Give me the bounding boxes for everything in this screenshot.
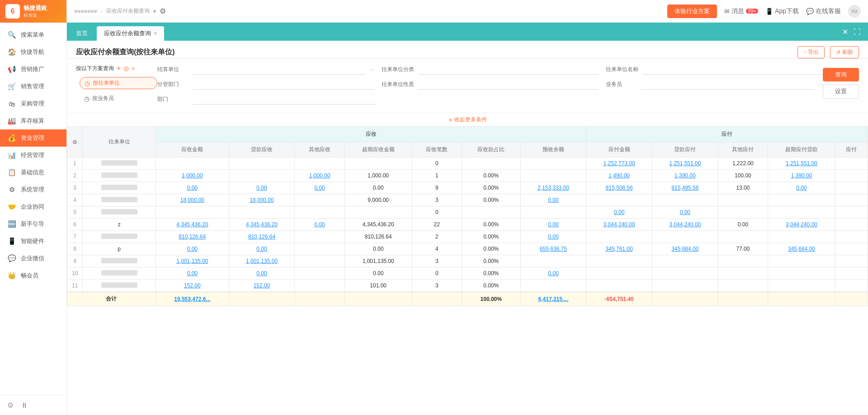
- tab-bar: 首页 应收应付余额查询 × ✕ ⛶: [67, 23, 868, 41]
- filter-actions: 查询 设置: [823, 64, 859, 107]
- settings-footer-icon[interactable]: ⚙: [7, 401, 14, 410]
- page-content: 应收应付余额查询(按往来单位) ↑ 导出 ↺ 刷新 按以下方案查询: [67, 41, 868, 415]
- partner-name-input[interactable]: [642, 64, 823, 75]
- sidebar-item-system[interactable]: ⚙系统管理: [0, 181, 66, 198]
- th-recv-count: 应收笔数: [412, 142, 462, 157]
- th-settings[interactable]: ⚙: [67, 127, 83, 157]
- sidebar-item-vip[interactable]: 👑畅会员: [0, 267, 66, 284]
- sidebar-system-label: 系统管理: [21, 186, 44, 194]
- sidebar-guide-icon: 🆕: [7, 220, 16, 228]
- table-row: 5 00.000.00: [67, 206, 868, 219]
- filter-add-btn[interactable]: +: [117, 64, 121, 72]
- th-loan-recv: 贷款应收: [229, 142, 295, 157]
- table-row: 9 1,001,135.001,001,135.001,001,135.0030…: [67, 255, 868, 267]
- footer-payable: -654,751.40: [586, 292, 652, 306]
- table-row: 10 0.000.000.0000.00%0.00: [67, 267, 868, 280]
- sidebar-item-search[interactable]: 🔍搜索菜单: [0, 26, 66, 43]
- export-icon: ↑: [803, 49, 806, 56]
- footer-recv-ratio: 100.00%: [462, 292, 520, 306]
- partner-category-select[interactable]: [418, 64, 599, 75]
- sidebar-item-enterprise[interactable]: 🤝企业协同: [0, 198, 66, 215]
- breadcrumb-arrow-icon[interactable]: ▾: [153, 8, 156, 14]
- refresh-button[interactable]: ↺ 刷新: [830, 46, 859, 58]
- sidebar-item-purchase[interactable]: 🛍采购管理: [0, 95, 66, 112]
- sidebar-item-guide[interactable]: 🆕新手引导: [0, 215, 66, 233]
- page-header-actions: ↑ 导出 ↺ 刷新: [797, 46, 859, 58]
- user-avatar[interactable]: Rit: [848, 5, 861, 18]
- collapse-btn[interactable]: ∧ 收起更多条件: [67, 113, 868, 126]
- footer-label: 合计: [67, 292, 156, 306]
- table-row: 7 810,126.64810,126.64810,126.6420.00%0.…: [67, 231, 868, 243]
- table-footer-row: 合计 19,553,472,6... 100.00% 6,417,215....…: [67, 292, 868, 306]
- tab-home[interactable]: 首页: [69, 26, 95, 41]
- partner-nature-select[interactable]: [418, 79, 599, 90]
- promo-button[interactable]: 体验行业方案: [667, 5, 717, 18]
- sidebar-item-inventory[interactable]: 🏭库存核算: [0, 112, 66, 129]
- footer-receivable[interactable]: 19,553,472,6...: [156, 292, 229, 306]
- sidebar-management-label: 经营管理: [21, 151, 44, 159]
- field-salesperson: 业务员 ···: [606, 79, 823, 90]
- salesperson-dots[interactable]: ···: [818, 81, 823, 88]
- header-gear-icon[interactable]: ⚙: [160, 7, 166, 15]
- th-overdue-pay: 超期应付贷款: [768, 142, 835, 157]
- collapse-icon: ∧: [448, 117, 453, 123]
- dept-select[interactable]: [193, 94, 377, 105]
- logo-name: 畅捷通账: [24, 4, 47, 12]
- tab-active[interactable]: 应收应付余额查询 ×: [97, 26, 164, 41]
- messages-badge: 99+: [746, 9, 758, 14]
- export-button[interactable]: ↑ 导出: [797, 46, 825, 58]
- app-download-label: App下载: [775, 7, 799, 15]
- th-recv-amount: 应收金额: [156, 142, 229, 157]
- message-label: 消息: [731, 7, 744, 15]
- filter-collapse-icon[interactable]: «: [132, 65, 135, 72]
- sidebar-enterprise-label: 企业协同: [21, 203, 44, 211]
- tab-home-label: 首页: [76, 29, 88, 38]
- sidebar-sales-icon: 🛒: [7, 82, 16, 91]
- settlement-dots[interactable]: ···: [370, 67, 374, 73]
- sidebar-wechat-label: 企业微信: [21, 254, 44, 262]
- breadcrumb-area: ■■■■■■■ › 应收应付余额查询 ▾ ⚙: [74, 7, 662, 15]
- setting-button[interactable]: 设置: [823, 84, 859, 99]
- sidebar-item-basic[interactable]: 📋基础信息: [0, 164, 66, 181]
- app-download-icon[interactable]: 📱 App下载: [765, 7, 799, 15]
- dept-mgr-select[interactable]: [193, 79, 374, 90]
- filter-config-btn[interactable]: ◎: [123, 65, 129, 72]
- sidebar-basic-label: 基础信息: [21, 168, 44, 176]
- sidebar-enterprise-icon: 🤝: [7, 203, 16, 211]
- sidebar-item-finance[interactable]: 💰资金管理: [0, 129, 66, 147]
- tab-active-label: 应收应付余额查询: [104, 29, 151, 38]
- online-service-label: 在线客服: [816, 7, 841, 15]
- main-area: ■■■■■■■ › 应收应付余额查询 ▾ ⚙ 体验行业方案 ✉ 消息 99+ 📱…: [67, 0, 868, 415]
- tab-close-icon[interactable]: ×: [154, 30, 157, 37]
- sidebar-system-icon: ⚙: [7, 186, 16, 194]
- messages-icon-area[interactable]: ✉ 消息 99+: [724, 7, 758, 15]
- sidebar-vip-label: 畅会员: [21, 272, 38, 280]
- table-container[interactable]: ⚙ 往来单位 应收 应付 应收金额 贷款应收 其他应收 超期应收金额 应收笔数 …: [67, 126, 868, 415]
- footer-prepay[interactable]: 6,417,215....: [520, 292, 586, 306]
- sidebar-item-management[interactable]: 📊经营管理: [0, 147, 66, 164]
- collapse-footer-icon[interactable]: ⏸: [21, 401, 28, 410]
- sidebar-item-sales[interactable]: 🛒销售管理: [0, 78, 66, 95]
- table-settings-icon[interactable]: ⚙: [72, 139, 77, 145]
- sidebar-item-wechat[interactable]: 💬企业微信: [0, 250, 66, 267]
- query-button[interactable]: 查询: [823, 68, 859, 81]
- sidebar-item-hardware[interactable]: 📱智能硬件: [0, 233, 66, 250]
- window-close-btn[interactable]: ✕: [842, 28, 848, 36]
- online-service-icon[interactable]: 💬 在线客服: [806, 7, 841, 15]
- sidebar-vip-icon: 👑: [7, 272, 16, 280]
- settlement-input[interactable]: [193, 64, 366, 75]
- scheme-partner[interactable]: ◷ 按往来单位: [80, 77, 157, 89]
- sidebar-wechat-icon: 💬: [7, 254, 16, 262]
- field-partner-cat: 往来单位分类: [382, 64, 599, 75]
- salesperson-input[interactable]: [641, 79, 815, 90]
- sidebar-item-quicknav[interactable]: 🏠快捷导航: [0, 43, 66, 61]
- sidebar: 6 畅捷通账 标准版 🔍搜索菜单🏠快捷导航📢营销推广🛒销售管理🛍采购管理🏭库存核…: [0, 0, 67, 415]
- sidebar-item-marketing[interactable]: 📢营销推广: [0, 61, 66, 78]
- th-pay-amount: 应付金额: [586, 142, 652, 157]
- window-expand-btn[interactable]: ⛶: [854, 28, 861, 36]
- table-row: 3 0.000.000.000.0090.00%2,153,333.00915,…: [67, 182, 868, 194]
- scheme-salesperson[interactable]: ◷ 按业务员: [80, 93, 157, 104]
- th-overdue-recv: 超期应收金额: [344, 142, 412, 157]
- sidebar-marketing-icon: 📢: [7, 65, 16, 73]
- logo-sub: 标准版: [24, 12, 47, 19]
